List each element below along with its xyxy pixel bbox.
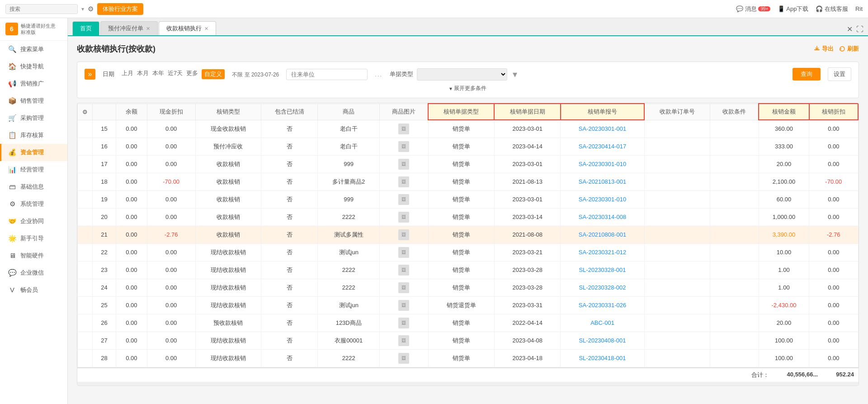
- sidebar-item-wechat[interactable]: 💬 企业微信: [0, 264, 67, 281]
- voucher-no-link[interactable]: SA-20210813-001: [579, 178, 627, 185]
- voucher-no-link[interactable]: SA-20230301-010: [579, 196, 627, 203]
- writeoff-type-cell: 现结收款核销: [195, 349, 261, 367]
- writeoff-voucher-type-cell: 销货单: [428, 120, 494, 138]
- close-tab-button[interactable]: ✕: [847, 25, 853, 33]
- sidebar-item-enterprise[interactable]: 🤝 企业协同: [0, 213, 67, 230]
- sidebar-item-business[interactable]: 📊 经营管理: [0, 161, 67, 178]
- th-writeoff-discount: 核销折扣: [809, 104, 858, 120]
- sidebar-item-system[interactable]: ⚙ 系统管理: [0, 195, 67, 213]
- maximize-button[interactable]: ⛶: [856, 25, 863, 33]
- sidebar-item-newbie[interactable]: 🌟 新手引导: [0, 230, 67, 247]
- expand-button[interactable]: ▾ 展开更多条件: [449, 85, 486, 92]
- sidebar-item-marketing[interactable]: 📢 营销推广: [0, 75, 67, 92]
- row-num-cell: 21: [93, 226, 116, 243]
- this-year-link[interactable]: 本年: [152, 69, 164, 79]
- sidebar-item-sales[interactable]: 📦 销售管理: [0, 92, 67, 109]
- voucher-no-link[interactable]: SA-20230331-026: [579, 302, 627, 309]
- voucher-type-label: 单据类型: [390, 70, 413, 78]
- refresh-link[interactable]: 刷新: [839, 45, 859, 53]
- cash-discount-cell: 0.00: [147, 120, 195, 138]
- balance-cell: 0.00: [116, 279, 147, 296]
- writeoff-voucher-no-cell[interactable]: SA-20210808-001: [561, 226, 644, 243]
- this-month-link[interactable]: 本月: [137, 69, 149, 79]
- tab-home[interactable]: 首页: [72, 21, 99, 35]
- voucher-no-link[interactable]: SA-20230414-017: [579, 143, 627, 150]
- cash-discount-cell: 0.00: [147, 208, 195, 226]
- voucher-no-link[interactable]: SA-20230301-001: [579, 125, 627, 132]
- dropdown-chevron-icon[interactable]: ▾: [81, 6, 84, 12]
- voucher-no-link[interactable]: SA-20230321-012: [579, 249, 627, 256]
- voucher-no-link[interactable]: SA-20230314-008: [579, 214, 627, 220]
- messages-link[interactable]: 💬 消息 99+: [736, 5, 770, 13]
- row-settings-cell: [78, 243, 93, 261]
- table-row: 270.000.00现结收款核销否衣服00001🖼销货单2023-04-08SL…: [78, 332, 859, 349]
- th-settings[interactable]: ⚙: [78, 104, 93, 120]
- writeoff-voucher-no-cell[interactable]: ABC-001: [561, 314, 644, 332]
- vip-icon: V: [8, 286, 17, 294]
- voucher-no-link[interactable]: SA-20230301-010: [579, 161, 627, 167]
- tab-close-receipt-exec[interactable]: ✕: [204, 26, 208, 32]
- last-month-link[interactable]: 上月: [122, 69, 133, 79]
- writeoff-voucher-no-cell[interactable]: SA-20230301-001: [561, 120, 644, 138]
- last-7days-link[interactable]: 近7天: [168, 69, 183, 79]
- chart-icon: 📊: [8, 166, 17, 174]
- writeoff-amount-cell: 20.00: [759, 155, 809, 173]
- total-amount-label: 合计：: [751, 371, 769, 379]
- sidebar-item-search-menu[interactable]: 🔍 搜索菜单: [0, 41, 67, 58]
- tab-prepay[interactable]: 预付冲应付单 ✕: [100, 21, 158, 35]
- th-balance: 余额: [116, 104, 147, 120]
- writeoff-voucher-no-cell[interactable]: SA-20210813-001: [561, 173, 644, 190]
- sidebar-item-quick-nav[interactable]: 🏠 快捷导航: [0, 58, 67, 75]
- writeoff-discount-cell: 0.00: [809, 261, 858, 279]
- solution-button[interactable]: 体验行业方案: [97, 3, 143, 15]
- from-unit-input[interactable]: [286, 69, 368, 80]
- sidebar-item-basic[interactable]: 🗃 基础信息: [0, 178, 67, 195]
- sidebar-item-hardware[interactable]: 🖥 智能硬件: [0, 247, 67, 264]
- writeoff-voucher-no-cell[interactable]: SA-20230301-010: [561, 155, 644, 173]
- sidebar-item-finance[interactable]: 💰 资金管理: [0, 144, 67, 161]
- writeoff-voucher-no-cell[interactable]: SL-20230408-001: [561, 332, 644, 349]
- writeoff-voucher-no-cell[interactable]: SA-20230314-008: [561, 208, 644, 226]
- writeoff-voucher-date-cell: 2023-03-01: [494, 155, 560, 173]
- sidebar-item-purchase[interactable]: 🛒 采购管理: [0, 109, 67, 127]
- writeoff-voucher-no-cell[interactable]: SA-20230321-012: [561, 243, 644, 261]
- app-layout: 6 畅捷通谱好生意 标准版 🔍 搜索菜单 🏠 快捷导航 📢 营销推广 📦 销售管…: [0, 18, 868, 404]
- writeoff-voucher-no-cell[interactable]: SL-20230328-002: [561, 279, 644, 296]
- gear-icon[interactable]: ⚙: [88, 5, 94, 13]
- writeoff-voucher-no-cell[interactable]: SL-20230418-001: [561, 349, 644, 367]
- sidebar-item-member[interactable]: V 畅会员: [0, 281, 67, 299]
- export-link[interactable]: 导出: [814, 45, 834, 53]
- writeoff-voucher-type-cell: 销货单: [428, 208, 494, 226]
- app-download-link[interactable]: 📱 App下载: [778, 5, 808, 13]
- tab-receipt-exec[interactable]: 收款核销执行 ✕: [159, 21, 216, 35]
- voucher-no-link[interactable]: SL-20230418-001: [579, 355, 626, 361]
- voucher-no-link[interactable]: SA-20210808-001: [579, 231, 627, 238]
- search-input[interactable]: [5, 4, 78, 14]
- writeoff-voucher-no-cell[interactable]: SA-20230414-017: [561, 138, 644, 155]
- writeoff-amount-cell: 20.00: [759, 314, 809, 332]
- more-link[interactable]: 更多: [186, 69, 198, 79]
- table-scrollbar[interactable]: [77, 382, 859, 385]
- tab-close-prepay[interactable]: ✕: [146, 26, 150, 32]
- voucher-type-wrap: 单据类型 ▾: [390, 68, 785, 81]
- voucher-no-link[interactable]: SL-20230408-001: [579, 337, 626, 344]
- query-button[interactable]: 查询: [793, 68, 821, 81]
- receipt-order-no-cell: [644, 226, 710, 243]
- sidebar-item-inventory[interactable]: 📋 库存核算: [0, 127, 67, 144]
- writeoff-voucher-no-cell[interactable]: SA-20230301-010: [561, 190, 644, 208]
- goods-image-cell: 🖼: [379, 173, 428, 190]
- writeoff-voucher-no-cell[interactable]: SL-20230328-001: [561, 261, 644, 279]
- writeoff-voucher-no-cell[interactable]: SA-20230331-026: [561, 296, 644, 314]
- receipt-order-no-cell: [644, 279, 710, 296]
- voucher-no-link[interactable]: SL-20230328-002: [579, 284, 626, 291]
- filter-toggle-button[interactable]: »: [85, 69, 95, 80]
- main-content: 首页 预付冲应付单 ✕ 收款核销执行 ✕ ✕ ⛶ 收款核销执行(按收款): [68, 18, 868, 404]
- writeoff-voucher-date-cell: 2022-04-14: [494, 314, 560, 332]
- custom-date-link[interactable]: 自定义: [202, 69, 225, 79]
- voucher-type-select[interactable]: [417, 68, 507, 81]
- settings-button[interactable]: 设置: [828, 67, 851, 81]
- voucher-no-link[interactable]: SL-20230328-001: [579, 266, 626, 273]
- th-writeoff-amount: 核销金额: [759, 104, 809, 120]
- voucher-no-link[interactable]: ABC-001: [590, 319, 614, 326]
- online-service-link[interactable]: 🎧 在线客服: [816, 5, 848, 13]
